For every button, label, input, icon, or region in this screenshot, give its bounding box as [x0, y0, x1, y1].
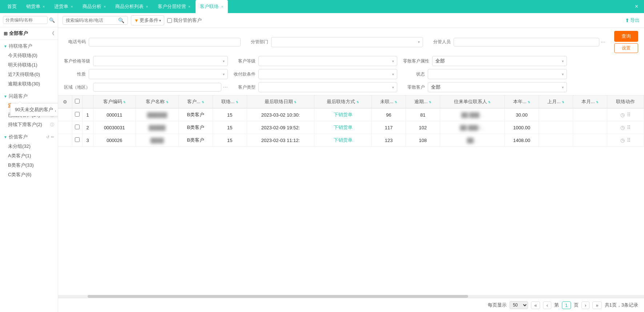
tab-customer-segmentation[interactable]: 客户分层经营 ×	[153, 0, 195, 13]
sidebar-search-icon[interactable]: 🔍	[49, 17, 55, 23]
row-checkbox[interactable]	[75, 137, 80, 142]
input-person[interactable]	[454, 38, 599, 46]
tab-customer-contact[interactable]: 客户联络 ×	[196, 0, 228, 13]
sort-year[interactable]: ⇅	[528, 101, 530, 104]
next-page-btn[interactable]: ›	[581, 301, 589, 309]
contact-icon[interactable]: ◷	[620, 112, 625, 118]
edit-icon[interactable]: ✏	[51, 135, 54, 139]
tab-home[interactable]: 首页	[3, 0, 21, 13]
select-retail-customer[interactable]: 全部 ▾	[428, 82, 567, 92]
last-method-link[interactable]: 下销货单	[334, 125, 353, 130]
select-status[interactable]: ▾	[428, 69, 567, 79]
sort-last-method[interactable]: ⇅	[357, 101, 359, 104]
select-payment[interactable]: ▾	[258, 69, 398, 79]
select-customer-type[interactable]: ▾	[258, 82, 398, 92]
sidebar-problem-header[interactable]: ▼ 问题客户	[0, 92, 58, 101]
sidebar-item-7days[interactable]: 近7天待联络(0)	[0, 70, 58, 79]
sort-uncontacted[interactable]: ⇅	[395, 101, 397, 104]
person-dots-btn[interactable]: ···	[601, 39, 605, 45]
sidebar-item-class-b[interactable]: B类客户(33)	[0, 161, 58, 170]
sort-overdue[interactable]: ⇅	[429, 101, 431, 104]
tab-product-analysis-list[interactable]: 商品分析列表 ×	[111, 0, 152, 13]
th-contact[interactable]: 联络... ⇅	[213, 96, 247, 108]
contact-icon[interactable]: ◷	[620, 125, 625, 130]
th-this-year[interactable]: 本年... ⇅	[505, 96, 539, 108]
more-actions-icon[interactable]: ⠿	[627, 137, 631, 143]
th-name[interactable]: 客户名称 ⇅	[136, 96, 179, 108]
close-contact-tab[interactable]: ×	[221, 4, 223, 9]
more-conditions-btn[interactable]: ▼ 更多条件 ▾	[131, 15, 164, 25]
tab-purchase[interactable]: 进货单 ×	[50, 0, 77, 13]
input-region[interactable]	[93, 83, 221, 92]
sidebar-collapse-icon[interactable]: 《	[50, 31, 54, 37]
th-level[interactable]: 客户... ⇅	[178, 96, 213, 108]
th-last-month[interactable]: 上月... ⇅	[539, 96, 573, 108]
th-overdue[interactable]: 逾期... ⇅	[406, 96, 440, 108]
th-settings[interactable]: ⚙	[58, 96, 72, 108]
sort-level[interactable]: ⇅	[202, 101, 204, 104]
sort-code[interactable]: ⇅	[123, 101, 126, 104]
sort-name[interactable]: ⇅	[166, 101, 169, 104]
last-page-btn[interactable]: »	[592, 301, 601, 309]
sort-unit[interactable]: ⇅	[488, 101, 491, 104]
last-method-link[interactable]: 下销货单	[334, 112, 353, 117]
sidebar-pending-header[interactable]: ▼ 待联络客户	[0, 41, 58, 51]
sidebar-search-input[interactable]	[3, 16, 48, 24]
more-actions-icon[interactable]: ⠿	[627, 112, 631, 118]
th-this-month[interactable]: 本月... ⇅	[573, 96, 607, 108]
close-sales-tab[interactable]: ×	[43, 4, 45, 9]
th-last-date[interactable]: 最后联络日期 ⇅	[247, 96, 314, 108]
sort-contact[interactable]: ⇅	[236, 101, 238, 104]
first-page-btn[interactable]: «	[531, 301, 540, 309]
my-customers-filter[interactable]: 我分管的客户	[167, 17, 202, 24]
select-customer-level[interactable]: ▾	[258, 56, 398, 66]
all-customers-item[interactable]: ⊞ 全部客户 《	[0, 27, 58, 40]
close-product-list-tab[interactable]: ×	[146, 4, 148, 9]
per-page-select[interactable]: 50 100 200	[510, 301, 528, 309]
sort-last-date[interactable]: ⇅	[294, 101, 297, 104]
th-last-method[interactable]: 最后联络方式 ⇅	[314, 96, 372, 108]
tab-sales[interactable]: 销货单 ×	[22, 0, 49, 13]
th-code[interactable]: 客户编码 ⇅	[93, 96, 136, 108]
settings-button[interactable]: 设置	[614, 43, 638, 53]
my-customers-checkbox[interactable]	[167, 18, 172, 23]
th-uncontacted[interactable]: 未联... ⇅	[372, 96, 406, 108]
refresh-icon[interactable]: ↺	[46, 135, 49, 139]
row-checkbox[interactable]	[75, 125, 80, 129]
close-purchase-tab[interactable]: ×	[71, 4, 73, 9]
select-dept[interactable]: ▾	[271, 37, 423, 47]
th-unit-contact[interactable]: 往来单位联系人 ⇅	[440, 96, 504, 108]
select-all-checkbox[interactable]	[75, 99, 80, 104]
more-actions-icon[interactable]: ⠿	[627, 125, 631, 130]
sort-this-month[interactable]: ⇅	[596, 101, 599, 104]
last-method-link[interactable]: 下销货单	[334, 137, 353, 143]
sidebar-item-class-c[interactable]: C类客户(6)	[0, 170, 58, 179]
tab-product-analysis[interactable]: 商品分析 ×	[78, 0, 110, 13]
input-phone[interactable]	[89, 38, 241, 46]
sidebar-value-header[interactable]: ▼ 价值客户 ↺ ✏	[0, 132, 58, 142]
close-product-analysis-tab[interactable]: ×	[104, 4, 106, 9]
contact-icon[interactable]: ◷	[620, 137, 625, 143]
table-settings-icon[interactable]: ⚙	[63, 99, 67, 105]
horizontal-scrollbar[interactable]	[58, 295, 644, 298]
query-button[interactable]: 查询	[614, 31, 638, 42]
close-all-tabs[interactable]: ×	[632, 3, 641, 10]
sidebar-item-overdue[interactable]: 逾期未联络(30)	[0, 79, 58, 89]
sort-last-month[interactable]: ⇅	[562, 101, 564, 104]
main-search-input[interactable]	[66, 18, 117, 23]
export-button[interactable]: ⬆ 导出	[625, 17, 640, 24]
region-dots-btn[interactable]: ···	[223, 84, 228, 90]
row-checkbox[interactable]	[75, 112, 80, 117]
sidebar-item-class-a[interactable]: A类客户(1)	[0, 151, 58, 161]
select-nature[interactable]: ▾	[89, 69, 228, 79]
sidebar-item-declining[interactable]: 持续下滑客户(2) ⓘ	[0, 120, 58, 129]
sidebar-item-ungrouped[interactable]: 未分组(32)	[0, 142, 58, 151]
select-retail-attr[interactable]: 全部 ▾	[432, 56, 567, 66]
sidebar-item-tomorrow[interactable]: 明天待联络(1)	[0, 60, 58, 70]
select-price-level[interactable]: ▾	[93, 56, 228, 66]
prev-page-btn[interactable]: ‹	[543, 301, 551, 309]
close-segmentation-tab[interactable]: ×	[188, 4, 190, 9]
info-icon-declining[interactable]: ⓘ	[50, 122, 54, 127]
sidebar-item-today[interactable]: 今天待联络(0)	[0, 51, 58, 60]
main-search-icon[interactable]: 🔍	[118, 17, 124, 23]
